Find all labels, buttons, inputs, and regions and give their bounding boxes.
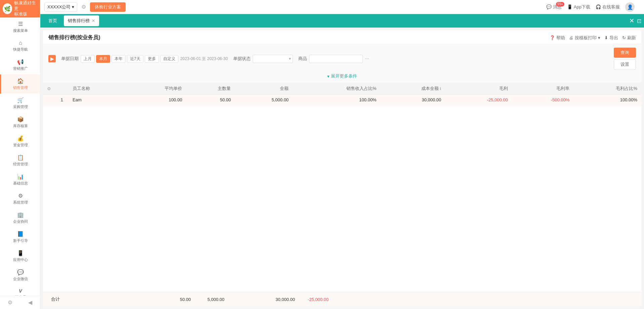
footer-cost-amount: 30,000.00 xyxy=(262,296,299,303)
online-service-action[interactable]: 🎧 在线客服 xyxy=(596,4,620,10)
system-icon: ⚙ xyxy=(18,193,23,199)
expand-more-button[interactable]: ▾ 展开更多条件 xyxy=(48,72,636,79)
sidebar-item-inventory[interactable]: 📦 库存核算 xyxy=(0,113,40,132)
date-btn-more[interactable]: 更多 xyxy=(145,55,159,63)
date-btn-last-month[interactable]: 上月 xyxy=(81,55,95,63)
query-button[interactable]: 查询 xyxy=(614,48,636,58)
home-icon: ⌂ xyxy=(19,40,22,46)
header-actions: ❓ 帮助 🖨 按模板打印 ▾ ⬇ 导出 ↻ 刷新 xyxy=(550,35,636,41)
cell-profit: -25,000.00 xyxy=(445,95,512,105)
sidebar-item-purchase[interactable]: 🛒 采购管理 xyxy=(0,94,40,113)
sidebar-item-marketing[interactable]: 📢 营销推广 xyxy=(0,55,40,74)
col-profit-rate: 毛利率 xyxy=(512,83,573,95)
message-badge: 99+ xyxy=(556,2,564,6)
purchase-icon: 🛒 xyxy=(17,97,24,103)
logo-icon: 🌿 xyxy=(3,3,12,14)
onboarding-icon: 📘 xyxy=(17,231,24,237)
cell-employee: Eam xyxy=(69,95,127,105)
headset-icon: 🎧 xyxy=(596,4,601,9)
cell-sales-ratio: 100.00% xyxy=(293,95,381,105)
topbar-settings-icon[interactable]: ⚙ xyxy=(81,4,86,10)
date-btn-7days[interactable]: 近7天 xyxy=(127,55,143,63)
help-button[interactable]: ❓ 帮助 xyxy=(550,35,565,41)
refresh-button[interactable]: ↻ 刷新 xyxy=(622,35,636,41)
cell-rank-settings xyxy=(43,95,55,105)
sidebar-settings-icon[interactable]: ⚙ xyxy=(8,299,12,306)
footer-avg-price-placeholder xyxy=(134,298,168,301)
content-area: 销售排行榜(按业务员) ❓ 帮助 🖨 按模板打印 ▾ ⬇ 导出 xyxy=(43,30,641,306)
message-action[interactable]: 💬 消息 99+ xyxy=(546,4,562,10)
app-center-icon: 📱 xyxy=(17,250,24,256)
cell-avg-price: 100.00 xyxy=(127,95,186,105)
membership-icon: V xyxy=(19,288,22,294)
topbar: XXXXX公司 ▾ ⚙ 体验行业方案 💬 消息 99+ 📱 App下载 🎧 在线… xyxy=(40,0,644,14)
cell-main-qty: 50.00 xyxy=(186,95,235,105)
collapse-button[interactable]: ▶ xyxy=(48,55,56,62)
sidebar-item-search[interactable]: ☰ 搜索菜单 xyxy=(0,17,40,37)
sidebar-nav: ☰ 搜索菜单 ⌂ 快捷导航 📢 营销推广 🏠 销售管理 🛒 采购管理 📦 库存核… xyxy=(0,17,40,296)
export-button[interactable]: ⬇ 导出 xyxy=(604,35,618,41)
status-select-wrapper xyxy=(253,55,293,63)
company-selector[interactable]: XXXXX公司 ▾ xyxy=(44,2,77,12)
user-avatar[interactable]: 👤 xyxy=(625,2,635,12)
sidebar-item-app-center[interactable]: 📱 应用中心 xyxy=(0,247,40,266)
date-label: 单据日期 xyxy=(61,56,79,62)
tab-sales-ranking[interactable]: 销售排行榜 ✕ xyxy=(64,15,99,26)
filter-row-main: ▶ 单据日期 上月 本月 本年 近7天 更多 自定义 2023-06-01 至 … xyxy=(48,48,636,70)
app-download-icon: 📱 xyxy=(567,4,572,9)
help-icon: ❓ xyxy=(550,35,555,40)
main-content: XXXXX公司 ▾ ⚙ 体验行业方案 💬 消息 99+ 📱 App下载 🎧 在线… xyxy=(40,0,644,309)
cell-profit-rate: -500.00% xyxy=(512,95,573,105)
page-header: 销售排行榜(按业务员) ❓ 帮助 🖨 按模板打印 ▾ ⬇ 导出 xyxy=(43,30,641,44)
sidebar-item-membership[interactable]: V 畅会员 xyxy=(0,285,40,296)
col-settings[interactable]: ⚙ xyxy=(43,83,55,95)
col-rank xyxy=(55,83,69,95)
date-btn-current-year[interactable]: 本年 xyxy=(112,55,126,63)
sidebar-item-system[interactable]: ⚙ 系统管理 xyxy=(0,189,40,208)
sidebar-item-quick-nav[interactable]: ⌂ 快捷导航 xyxy=(0,37,40,55)
settings-button[interactable]: 设置 xyxy=(614,59,636,70)
cell-profit-ratio: 100.00% xyxy=(573,95,641,105)
tab-bar-restore-icon[interactable]: ⊡ xyxy=(637,18,641,24)
table-settings-icon[interactable]: ⚙ xyxy=(47,86,51,91)
refresh-icon: ↻ xyxy=(622,35,626,40)
goods-input[interactable] xyxy=(309,55,363,63)
more-filters-icon[interactable]: ··· xyxy=(365,56,369,62)
sidebar-item-sales[interactable]: 🏠 销售管理 xyxy=(0,74,40,94)
sidebar: 🌿 畅康通好生意 标准版 ☰ 搜索菜单 ⌂ 快捷导航 📢 营销推广 🏠 销售管理… xyxy=(0,0,40,309)
tab-home[interactable]: 首页 xyxy=(43,14,62,28)
tab-close-icon[interactable]: ✕ xyxy=(92,18,95,23)
print-icon: 🖨 xyxy=(569,35,573,40)
cost-info-icon[interactable]: ℹ xyxy=(440,87,441,91)
sidebar-item-corp-wechat[interactable]: 💬 企业微信 xyxy=(0,266,40,285)
col-avg-price: 平均单价 xyxy=(127,83,186,95)
trial-button[interactable]: 体验行业方案 xyxy=(90,2,126,12)
page-body: 销售排行榜(按业务员) ❓ 帮助 🖨 按模板打印 ▾ ⬇ 导出 xyxy=(40,28,644,309)
topbar-right: 💬 消息 99+ 📱 App下载 🎧 在线客服 👤 xyxy=(546,2,640,12)
cell-amount: 5,000.00 xyxy=(235,95,293,105)
app-download-action[interactable]: 📱 App下载 xyxy=(567,4,590,10)
date-btn-custom[interactable]: 自定义 xyxy=(160,55,178,63)
tab-bar-close-icon[interactable]: ✕ xyxy=(629,17,634,24)
status-label: 单据状态 xyxy=(233,56,251,62)
logo-text: 畅康通好生意 标准版 xyxy=(14,0,37,17)
status-select[interactable] xyxy=(253,55,293,63)
sidebar-collapse-icon[interactable]: ◀ xyxy=(28,299,32,306)
chevron-down-expand-icon: ▾ xyxy=(327,74,330,79)
print-template-button[interactable]: 🖨 按模板打印 ▾ xyxy=(569,35,600,41)
message-icon: 💬 xyxy=(546,4,552,9)
sidebar-item-operations[interactable]: 📋 经营管理 xyxy=(0,151,40,170)
filter-actions: 查询 设置 xyxy=(614,48,636,70)
sidebar-item-onboarding[interactable]: 📘 新手引导 xyxy=(0,227,40,247)
sales-icon: 🏠 xyxy=(17,78,24,84)
sidebar-item-basic-info[interactable]: 📊 基础信息 xyxy=(0,170,40,189)
goods-label: 商品 xyxy=(298,56,307,62)
footer-cells: 合计 50.00 5,000.00 30,000.00 -25,000.00 xyxy=(47,295,637,304)
cell-rank: 1 xyxy=(55,95,69,105)
inventory-icon: 📦 xyxy=(17,116,24,122)
corp-collab-icon: 🏢 xyxy=(17,212,24,218)
sidebar-item-corp-collab[interactable]: 🏢 企业协同 xyxy=(0,208,40,227)
corp-wechat-icon: 💬 xyxy=(17,269,24,275)
date-btn-current-month[interactable]: 本月 xyxy=(96,55,110,63)
sidebar-item-finance[interactable]: 💰 资金管理 xyxy=(0,132,40,151)
